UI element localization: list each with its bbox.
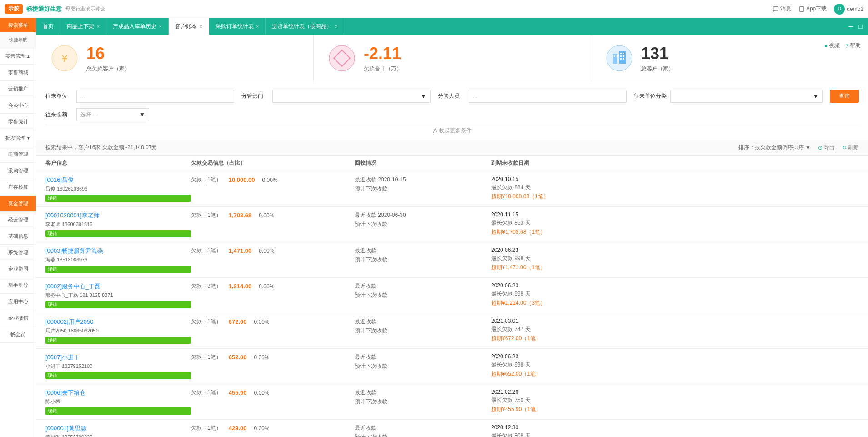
collapse-btn[interactable]: ⋀ 收起更多条件 bbox=[45, 125, 859, 136]
sidebar-item-finance[interactable]: 资金管理 bbox=[0, 196, 36, 212]
sidebar-item-operations[interactable]: 经营管理 bbox=[0, 212, 36, 228]
customer-name-link[interactable]: [0003]畅捷服务尹海燕 bbox=[45, 247, 191, 255]
tab-close-icon[interactable]: × bbox=[256, 24, 259, 29]
tab-close-icon[interactable]: × bbox=[200, 24, 202, 29]
customer-name-link[interactable]: [000001]黄思源 bbox=[45, 424, 191, 432]
stat-icon-diamond bbox=[327, 44, 356, 73]
tab-close-icon[interactable]: × bbox=[159, 24, 162, 29]
tab-customer-account[interactable]: 客户账本 × bbox=[169, 18, 209, 35]
debt-percent: 0.00% bbox=[254, 425, 269, 432]
svg-rect-15 bbox=[620, 58, 622, 60]
message-btn[interactable]: 消息 bbox=[773, 5, 791, 13]
overdue-link[interactable]: 超期¥10,000.00（1笔） bbox=[491, 193, 859, 201]
refresh-btn[interactable]: ↻ 刷新 bbox=[842, 144, 859, 151]
customer-info: [0001020001]李老师 李老师 18600391516 现销 bbox=[45, 211, 191, 237]
debt-amount: 672.00 bbox=[229, 318, 247, 325]
sidebar-item-quick-nav[interactable]: 快捷导航 bbox=[0, 32, 36, 48]
customer-info: [000001]黄思源 黄思源 13552700226 现销 bbox=[45, 424, 191, 437]
customer-name-link[interactable]: [0007]小进干 bbox=[45, 353, 191, 362]
filter-category: 往来单位分类 ▼ bbox=[634, 90, 823, 103]
sidebar-item-wechat[interactable]: 企业微信 bbox=[0, 310, 36, 326]
table-row: [000002]用户2050 用户2050 18665062050 现销 欠款（… bbox=[36, 313, 868, 349]
overdue-link[interactable]: 超期¥1,703.68（1笔） bbox=[491, 228, 859, 236]
table-container: 客户信息 欠款交易信息（占比） 回收情况 到期未收款日期 [0016]吕俊 吕俊… bbox=[36, 156, 868, 437]
sort-selector[interactable]: 排序：按欠款金额倒序排序 ▼ bbox=[738, 144, 811, 151]
main-layout: 搜索菜单 快捷导航 零售管理 ▲ 零售商城 营销推广 会员中心 零售统计 批发管… bbox=[0, 18, 868, 437]
overdue-link[interactable]: 超期¥1,471.00（1笔） bbox=[491, 264, 859, 271]
tab-close-icon[interactable]: × bbox=[97, 24, 100, 29]
sidebar-item-retail-mall[interactable]: 零售商城 bbox=[0, 65, 36, 81]
sidebar-item-purchase[interactable]: 采购管理 bbox=[0, 163, 36, 179]
filter-balance: 往来余额 选择... ▼ bbox=[45, 108, 859, 121]
filter-category-label: 往来单位分类 bbox=[634, 92, 667, 100]
tab-minimize-icon[interactable]: ─ bbox=[847, 22, 855, 31]
customer-tag: 现销 bbox=[45, 301, 191, 308]
dept-select[interactable]: ▼ bbox=[272, 90, 430, 103]
tab-home[interactable]: 首页 bbox=[36, 18, 60, 35]
stat-number-total-debt: -2.11 bbox=[364, 44, 402, 63]
sidebar-item-guide[interactable]: 新手引导 bbox=[0, 277, 36, 294]
sidebar-item-marketing[interactable]: 营销推广 bbox=[0, 81, 36, 97]
stat-icon-money: ¥ bbox=[50, 44, 79, 73]
tab-product-history[interactable]: 产成品入库单历史 × bbox=[106, 18, 169, 35]
tab-product-shelves[interactable]: 商品上下架 × bbox=[60, 18, 106, 35]
export-btn[interactable]: ⊙ 导出 bbox=[818, 144, 835, 151]
customer-name-link[interactable]: [000002]用户2050 bbox=[45, 318, 191, 326]
filter-supplier: 往来单位 ... bbox=[45, 90, 234, 103]
customer-name-link[interactable]: [0002]服务中心_丁磊 bbox=[45, 282, 191, 291]
tab-maximize-icon[interactable]: □ bbox=[857, 22, 864, 31]
customer-contact: 海燕 18513066976 bbox=[45, 256, 191, 263]
sidebar-item-vip[interactable]: 畅会员 bbox=[0, 326, 36, 343]
overdue-link[interactable]: 超期¥652.00（1笔） bbox=[491, 370, 859, 378]
top-bar-right: 消息 App下载 D demo2 bbox=[773, 4, 863, 15]
filter-person: 分管人员 ... bbox=[438, 90, 627, 103]
overdue-link[interactable]: 超期¥672.00（1笔） bbox=[491, 335, 859, 342]
stat-block-total-debt: -2.11 欠款合计（万） bbox=[314, 35, 591, 82]
video-btn[interactable]: ● 视频 bbox=[824, 42, 840, 50]
customer-name-link[interactable]: [0016]吕俊 bbox=[45, 176, 191, 184]
user-avatar[interactable]: D demo2 bbox=[834, 4, 863, 15]
help-btn[interactable]: ? 帮助 bbox=[845, 42, 861, 50]
sidebar-item-basic-info[interactable]: 基础信息 bbox=[0, 228, 36, 245]
sidebar-search[interactable]: 搜索菜单 bbox=[0, 18, 36, 32]
debt-amount: 455.90 bbox=[229, 389, 247, 396]
table-row: [0002]服务中心_丁磊 服务中心_丁磊 181 0125 8371 现销 欠… bbox=[36, 278, 868, 313]
customer-info: [0007]小进干 小进干 18279152100 现销 bbox=[45, 353, 191, 379]
tab-purchase-summary[interactable]: 采购订单统计表 × bbox=[209, 18, 266, 35]
debt-percent: 0.00% bbox=[254, 354, 269, 361]
customer-info: [0006]去下粮仓 陈小希 现销 bbox=[45, 389, 191, 415]
chevron-down-icon: ▼ bbox=[813, 93, 818, 100]
sidebar-item-retail-mgmt[interactable]: 零售管理 ▲ bbox=[0, 48, 36, 65]
person-input[interactable]: ... bbox=[469, 90, 627, 103]
category-select[interactable]: ▼ bbox=[670, 90, 823, 103]
sidebar-item-ecommerce[interactable]: 电商管理 bbox=[0, 146, 36, 163]
overdue-link[interactable]: 超期¥455.90（1笔） bbox=[491, 406, 859, 413]
customer-name-link[interactable]: [0001020001]李老师 bbox=[45, 211, 191, 220]
tab-close-icon[interactable]: × bbox=[335, 24, 337, 29]
customer-tag: 现销 bbox=[45, 372, 191, 379]
customer-tag: 现销 bbox=[45, 407, 191, 415]
top-bar: 示胺 畅捷通好生意 母婴行业演示账套 消息 App下载 D demo2 bbox=[0, 0, 868, 18]
sidebar-item-system[interactable]: 系统管理 bbox=[0, 245, 36, 261]
repay-info: 最近收款 2020-06-30 预计下次收款 bbox=[355, 211, 491, 237]
overdue-link[interactable]: 超期¥1,214.00（3笔） bbox=[491, 299, 859, 307]
query-button[interactable]: 查询 bbox=[830, 90, 859, 103]
balance-select[interactable]: 选择... ▼ bbox=[76, 108, 149, 121]
sidebar-item-enterprise[interactable]: 企业协同 bbox=[0, 261, 36, 277]
app-download-btn[interactable]: App下载 bbox=[798, 5, 827, 13]
table-row: [0007]小进干 小进干 18279152100 现销 欠款（1笔） 652.… bbox=[36, 349, 868, 384]
table-row: [0016]吕俊 吕俊 13026203696 现销 欠款（1笔） 10,000… bbox=[36, 171, 868, 207]
customer-tag: 现销 bbox=[45, 195, 191, 202]
customer-contact: 李老师 18600391516 bbox=[45, 221, 191, 228]
debt-amount: 1,703.68 bbox=[229, 212, 252, 219]
tab-instock-summary[interactable]: 进货单统计表（按商品） × bbox=[266, 18, 344, 35]
supplier-input[interactable]: ... bbox=[76, 90, 234, 103]
sidebar-item-app-center[interactable]: 应用中心 bbox=[0, 294, 36, 310]
sidebar-item-member[interactable]: 会员中心 bbox=[0, 97, 36, 114]
stat-block-debt-customers: ¥ 16 总欠款客户（家） bbox=[36, 35, 314, 82]
customer-name-link[interactable]: [0006]去下粮仓 bbox=[45, 389, 191, 397]
sidebar-item-batch-mgmt[interactable]: 批发管理 ▼ bbox=[0, 130, 36, 146]
sidebar-item-warehouse[interactable]: 库存核算 bbox=[0, 179, 36, 196]
sidebar-item-retail-stats[interactable]: 零售统计 bbox=[0, 114, 36, 130]
svg-rect-11 bbox=[620, 53, 622, 54]
